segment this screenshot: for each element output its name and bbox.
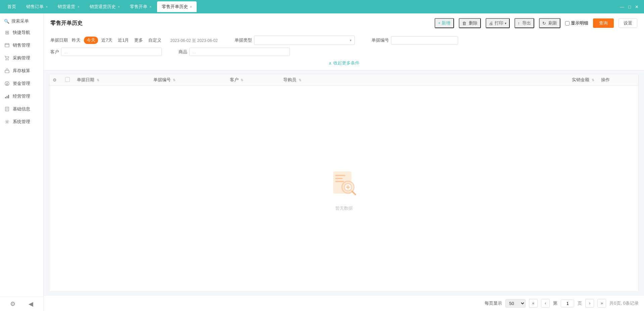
setting-button[interactable]: 设置 bbox=[618, 18, 637, 28]
th-salesperson: 导购员 ⇅ bbox=[280, 74, 345, 86]
collapse-icon: ∧ bbox=[329, 61, 332, 66]
close-tab-sales-return-history[interactable]: × bbox=[118, 5, 120, 9]
window-controls: — □ ✕ bbox=[620, 4, 641, 9]
next-page-btn[interactable]: › bbox=[585, 299, 594, 308]
close-tab-sales-order[interactable]: × bbox=[46, 5, 48, 9]
sidebar-bottom: ⚙ ◀ bbox=[0, 297, 43, 311]
sort-customer-icon[interactable]: ⇅ bbox=[241, 78, 243, 82]
svg-rect-8 bbox=[5, 97, 6, 98]
svg-line-22 bbox=[352, 191, 355, 195]
close-tab-retail-open-history[interactable]: × bbox=[190, 5, 192, 9]
data-table: ⚙ 单据日期 ⇅ 单据编号 ⇅ bbox=[49, 74, 638, 86]
th-settings: ⚙ bbox=[49, 74, 61, 86]
table-settings-icon[interactable]: ⚙ bbox=[53, 77, 57, 83]
sidebar-search[interactable]: 🔍 搜索采单 bbox=[0, 16, 43, 26]
date-range-text: 2023-06-02 至 2023-06-02 bbox=[170, 38, 217, 44]
display-detail-checkbox[interactable] bbox=[565, 21, 569, 25]
page-size-select[interactable]: 50 20 100 200 bbox=[505, 299, 526, 308]
page-label-post: 页 bbox=[578, 300, 582, 306]
filter-area: 单据日期 昨天 今天 近7天 近1月 更多 自定义 2023-06-02 至 2… bbox=[50, 32, 637, 70]
th-amount: 实销金额 ⇅ bbox=[521, 74, 598, 86]
query-button[interactable]: 查询 bbox=[593, 18, 614, 28]
tab-bar: 首页 销售订单 × 销货退货 × 销货退货历史 × 零售开单 × 零售开单历史 … bbox=[3, 1, 620, 12]
sidebar-item-purchase-mgmt[interactable]: 采购管理 bbox=[0, 52, 43, 64]
sidebar-item-operations[interactable]: 经营管理 bbox=[0, 90, 43, 103]
date-tab-yesterday[interactable]: 昨天 bbox=[70, 37, 83, 44]
th-customer: 客户 ⇅ bbox=[227, 74, 280, 86]
th-checkbox bbox=[61, 74, 73, 86]
export-button[interactable]: ↑导出 bbox=[514, 18, 535, 28]
th-spacer bbox=[345, 74, 521, 86]
last-page-btn[interactable]: » bbox=[597, 299, 606, 308]
sort-date-icon[interactable]: ⇅ bbox=[97, 78, 99, 82]
sales-mgmt-icon bbox=[4, 42, 10, 48]
system-icon bbox=[4, 119, 10, 125]
purchase-mgmt-icon bbox=[4, 55, 10, 61]
content-area: 零售开单历史 + 新增 🗑删除 🖨 打印 ▾ ↑导出 ↻刷新 显示明细 bbox=[44, 13, 644, 311]
delete-button[interactable]: 🗑删除 bbox=[459, 18, 481, 28]
sort-salesperson-icon[interactable]: ⇅ bbox=[299, 78, 301, 82]
close-tab-sales-return[interactable]: × bbox=[77, 5, 79, 9]
date-tab-custom[interactable]: 自定义 bbox=[146, 37, 163, 44]
settings-bottom-btn[interactable]: ⚙ bbox=[10, 300, 15, 308]
print-icon: 🖨 bbox=[489, 21, 493, 26]
tab-home[interactable]: 首页 bbox=[3, 1, 21, 12]
close-tab-retail-open[interactable]: × bbox=[149, 5, 151, 9]
operations-icon bbox=[4, 93, 10, 99]
sidebar-item-basic-info[interactable]: 基础信息 bbox=[0, 103, 43, 115]
svg-point-5 bbox=[8, 59, 8, 60]
page-number-input[interactable] bbox=[561, 300, 574, 307]
tab-sales-order[interactable]: 销售订单 × bbox=[21, 1, 52, 12]
search-icon: 🔍 bbox=[4, 19, 9, 24]
tab-retail-open[interactable]: 零售开单 × bbox=[125, 1, 156, 12]
svg-rect-9 bbox=[7, 96, 8, 98]
empty-state: 暂无数据 bbox=[49, 86, 638, 292]
chevron-down-icon: ▾ bbox=[350, 38, 352, 43]
svg-rect-10 bbox=[8, 95, 9, 98]
goods-select[interactable]: ... bbox=[189, 48, 290, 56]
minimize-btn[interactable]: — bbox=[620, 4, 624, 9]
tab-retail-open-history[interactable]: 零售开单历史 × bbox=[157, 1, 197, 12]
close-btn[interactable]: ✕ bbox=[635, 4, 639, 9]
sort-no-icon[interactable]: ⇅ bbox=[173, 78, 176, 82]
page-header: 零售开单历史 + 新增 🗑删除 🖨 打印 ▾ ↑导出 ↻刷新 显示明细 bbox=[44, 13, 644, 70]
sidebar-item-system[interactable]: 系统管理 bbox=[0, 115, 43, 128]
delete-icon: 🗑 bbox=[462, 21, 466, 26]
collapse-conditions[interactable]: ∧ 收起更多条件 bbox=[50, 59, 637, 67]
display-detail-toggle[interactable]: 显示明细 bbox=[565, 20, 588, 26]
maximize-btn[interactable]: □ bbox=[628, 4, 631, 9]
refresh-button[interactable]: ↻刷新 bbox=[539, 18, 560, 28]
doc-no-input[interactable] bbox=[391, 36, 458, 45]
finance-icon bbox=[4, 81, 10, 87]
date-tab-7days[interactable]: 近7天 bbox=[99, 37, 114, 44]
prev-page-btn[interactable]: ‹ bbox=[541, 299, 550, 308]
svg-point-15 bbox=[6, 121, 8, 123]
collapse-sidebar-btn[interactable]: ◀ bbox=[29, 300, 33, 308]
date-tab-more[interactable]: 更多 bbox=[132, 37, 145, 44]
date-tab-1month[interactable]: 近1月 bbox=[116, 37, 131, 44]
svg-rect-0 bbox=[5, 44, 9, 47]
svg-rect-17 bbox=[335, 175, 345, 176]
th-date: 单据日期 ⇅ bbox=[73, 74, 150, 86]
customer-select[interactable]: ... bbox=[61, 48, 162, 56]
page-title: 零售开单历史 bbox=[50, 20, 83, 27]
add-button[interactable]: + 新增 bbox=[435, 18, 454, 28]
sidebar-item-finance[interactable]: 资金管理 bbox=[0, 77, 43, 90]
select-all-checkbox[interactable] bbox=[65, 77, 70, 82]
svg-rect-6 bbox=[5, 70, 9, 73]
print-button[interactable]: 🖨 打印 ▾ bbox=[486, 18, 510, 28]
sidebar-item-quick-nav[interactable]: ⊞ 快捷导航 bbox=[0, 26, 43, 39]
sidebar-item-inventory[interactable]: 库存核算 bbox=[0, 64, 43, 77]
svg-point-4 bbox=[6, 59, 6, 60]
quick-nav-icon: ⊞ bbox=[4, 30, 10, 36]
toolbar-actions: + 新增 🗑删除 🖨 打印 ▾ ↑导出 ↻刷新 显示明细 查询 设置 bbox=[435, 18, 637, 28]
sort-amount-icon[interactable]: ⇅ bbox=[592, 78, 594, 82]
tab-sales-return[interactable]: 销货退货 × bbox=[53, 1, 84, 12]
sidebar-item-sales-mgmt[interactable]: 销售管理 bbox=[0, 39, 43, 52]
doc-type-select[interactable]: ▾ bbox=[254, 36, 355, 45]
tab-sales-return-history[interactable]: 销货退货历史 × bbox=[85, 1, 125, 12]
empty-illustration bbox=[327, 166, 361, 200]
doc-no-filter: 单据编号 bbox=[371, 36, 458, 45]
first-page-btn[interactable]: « bbox=[529, 299, 538, 308]
date-tab-today[interactable]: 今天 bbox=[84, 37, 98, 44]
